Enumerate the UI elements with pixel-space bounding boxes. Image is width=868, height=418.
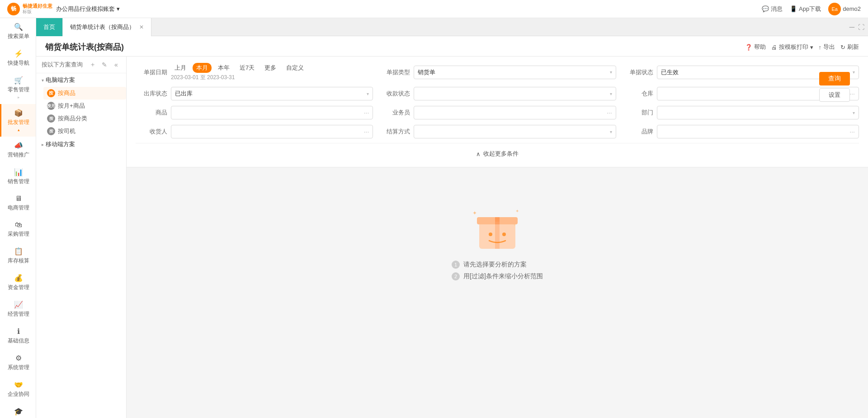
print-icon: 🖨 [771, 44, 777, 51]
add-scheme-btn[interactable]: ＋ [88, 60, 97, 69]
filter-row-2: 出库状态 已出库 ▾ 收款状态 ▾ [136, 87, 859, 100]
tree-node-pc: ▾ 电脑端方案 按 按商品 按月 按月+商品 按 [36, 73, 126, 138]
sidebar-item-finance[interactable]: 💰 资金管理 [0, 269, 36, 296]
leaf-icon-by-cashier: 按 [47, 127, 55, 135]
warehouse-dots-icon: ··· [849, 90, 855, 97]
out-control[interactable]: 已出库 ▾ [171, 87, 373, 100]
query-button[interactable]: 查询 [819, 72, 850, 86]
empty-illustration: ✦ ✦ ✦ [470, 204, 524, 253]
refresh-btn[interactable]: ↻ 刷新 [840, 43, 859, 51]
sidebar-item-quick-nav[interactable]: ⚡ 快捷导航 [0, 45, 36, 71]
date-btn-more[interactable]: 更多 [261, 63, 280, 73]
left-panel-container: 按以下方案查询 ＋ ✎ « ▾ 电脑端方案 按 [36, 57, 868, 418]
sidebar-item-basic[interactable]: ℹ 基础信息 [0, 323, 36, 349]
tab-maximize-icon[interactable]: ⛶ [858, 24, 864, 31]
filter-row-4: 收货人 ··· 结算方式 ▾ [136, 125, 859, 138]
filter-date-item: 单据日期 上月 本月 本年 近7天 更多 自定义 [136, 63, 373, 81]
message-btn[interactable]: 💬 消息 [762, 5, 783, 13]
filter-rows: 单据日期 上月 本月 本年 近7天 更多 自定义 [136, 63, 859, 138]
tree-parent-label-mobile: 移动端方案 [46, 140, 75, 148]
tree-leaf-by-category[interactable]: 按 按商品分类 [43, 112, 126, 125]
edit-scheme-btn[interactable]: ✎ [100, 60, 109, 69]
date-btn-last-month[interactable]: 上月 [171, 63, 190, 73]
sidebar-item-search[interactable]: 🔍 搜索菜单 [0, 18, 36, 45]
sidebar-item-enterprise[interactable]: 🤝 企业协同 [0, 376, 36, 403]
tree-parent-mobile[interactable]: ▸ 移动端方案 [36, 138, 126, 151]
retail-icon: 🛒 [14, 76, 23, 85]
tab-sales-stat[interactable]: 销货单统计表（按商品） ✕ [63, 18, 151, 36]
avatar: Ea [828, 3, 841, 15]
sidebar-item-label: 快捷导航 [8, 59, 29, 67]
query-btn-area: 查询 设置 [819, 72, 850, 102]
date-btn-this-year[interactable]: 本年 [214, 63, 233, 73]
tree-children-pc: 按 按商品 按月 按月+商品 按 按商品分类 按 [36, 87, 126, 138]
filter-type-item: 单据类型 销货单 ▾ [378, 66, 616, 79]
tab-minimize-icon[interactable]: ─ [849, 23, 854, 31]
tree-arrow-icon-mobile: ▸ [42, 142, 44, 147]
tree-leaf-by-cashier[interactable]: 按 按司机 [43, 125, 126, 138]
app-name: 畅捷通好生意 [23, 3, 52, 9]
tabbar: 首页 销货单统计表（按商品） ✕ ─ ⛶ [36, 18, 868, 36]
sidebar-item-purchase[interactable]: 🛍 采购管理 [0, 216, 36, 242]
sidebar: 🔍 搜索菜单 ⚡ 快捷导航 🛒 零售管理 ▸ 📦 批发管理 ▴ 📣 营销推广 📊… [0, 18, 36, 418]
help-btn[interactable]: ❓ 帮助 [745, 43, 766, 51]
user-btn[interactable]: Ea demo2 [828, 3, 861, 15]
svg-text:✦: ✦ [472, 210, 477, 216]
type-control[interactable]: 销货单 ▾ [414, 66, 616, 79]
sidebar-item-guide[interactable]: 🎓 新手引导 [0, 403, 36, 418]
ecommerce-icon: 🖥 [15, 195, 22, 203]
sidebar-item-sales[interactable]: 📊 销售管理 [0, 163, 36, 190]
app-download-btn[interactable]: 📱 App下载 [790, 5, 821, 13]
receipt-control[interactable]: ▾ [414, 87, 616, 100]
sidebar-item-wholesale[interactable]: 📦 批发管理 ▴ [0, 104, 36, 137]
collapse-btn[interactable]: ∧ 收起更多条件 [473, 147, 521, 161]
sidebar-item-label: 营销推广 [8, 151, 29, 159]
staff-control[interactable]: ··· [414, 106, 616, 119]
leaf-icon-by-product: 按 [47, 89, 55, 97]
filter-goods-item: 商品 ··· [136, 106, 373, 119]
export-btn[interactable]: ↑ 导出 [819, 43, 835, 51]
date-btn-this-month[interactable]: 本月 [193, 63, 212, 73]
export-label: 导出 [823, 43, 835, 51]
filter-receipt-item: 收款状态 ▾ [378, 87, 616, 100]
staff-label: 业务员 [378, 109, 410, 117]
receipt-arrow-icon: ▾ [610, 91, 612, 96]
page-actions: ❓ 帮助 🖨 按模板打印 ▾ ↑ 导出 ↻ 刷新 [745, 43, 859, 51]
empty-svg: ✦ ✦ ✦ [470, 204, 524, 253]
sidebar-item-system[interactable]: ⚙ 系统管理 [0, 349, 36, 376]
tab-controls: ─ ⛶ [151, 23, 868, 31]
tab-home[interactable]: 首页 [36, 18, 63, 36]
tree-leaf-by-product[interactable]: 按 按商品 [43, 87, 126, 100]
dept-control[interactable]: ▾ [657, 106, 859, 119]
print-btn[interactable]: 🖨 按模板打印 ▾ [771, 43, 813, 51]
sidebar-item-retail[interactable]: 🛒 零售管理 ▸ [0, 71, 36, 104]
status-arrow-icon: ▾ [853, 70, 855, 75]
leaf-label-by-product: 按商品 [58, 89, 75, 97]
sidebar-item-label: 批发管理 [8, 119, 29, 126]
sidebar-item-inventory[interactable]: 📋 库存核算 [0, 242, 36, 269]
brand-control[interactable]: ··· [657, 125, 859, 138]
collapse-panel-btn[interactable]: « [112, 60, 121, 69]
sidebar-item-operation[interactable]: 📈 经营管理 [0, 296, 36, 323]
tree-parent-label: 电脑端方案 [46, 76, 75, 84]
receiver-control[interactable]: ··· [171, 125, 373, 138]
type-label: 单据类型 [378, 68, 410, 76]
date-btn-custom[interactable]: 自定义 [283, 63, 307, 73]
empty-tips: 1 请先选择要分析的方案 2 用[过滤]条件来缩小分析范围 [452, 261, 543, 280]
logo-icon: 畅 [7, 3, 20, 15]
sidebar-item-marketing[interactable]: 📣 营销推广 [0, 137, 36, 163]
tree-leaf-by-month-product[interactable]: 按月 按月+商品 [43, 100, 126, 112]
sidebar-item-ecommerce[interactable]: 🖥 电商管理 [0, 190, 36, 216]
payment-control[interactable]: ▾ [414, 125, 616, 138]
date-btn-7days[interactable]: 近7天 [236, 63, 258, 73]
settings-button[interactable]: 设置 [819, 88, 850, 102]
tree-parent-pc[interactable]: ▾ 电脑端方案 [36, 73, 126, 87]
message-icon: 💬 [762, 5, 769, 12]
workspace-selector[interactable]: 办公用品行业模拟账套 ▾ [56, 5, 120, 13]
receiver-dots-icon: ··· [364, 128, 369, 135]
tab-close-icon[interactable]: ✕ [139, 24, 144, 30]
goods-control[interactable]: ··· [171, 106, 373, 119]
sidebar-item-label: 基础信息 [8, 337, 29, 345]
type-value: 销货单 [418, 68, 435, 76]
svg-text:✦: ✦ [513, 223, 516, 227]
